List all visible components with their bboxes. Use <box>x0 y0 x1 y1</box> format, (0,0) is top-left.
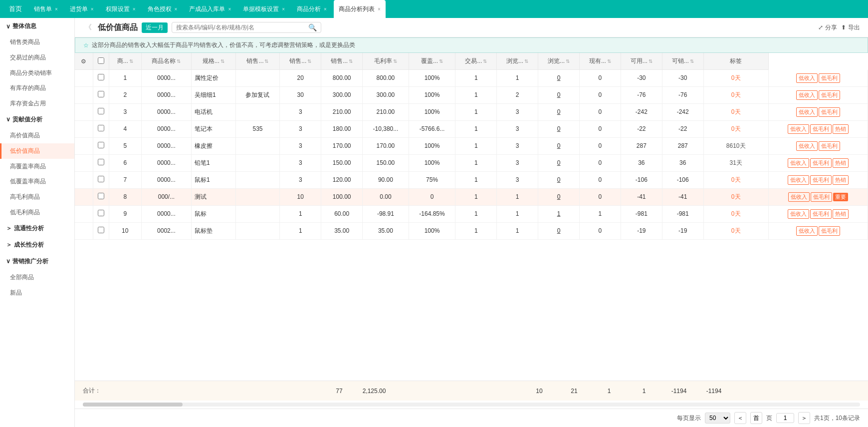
sidebar-item-low-coverage[interactable]: 低覆盖率商品 <box>0 174 74 189</box>
browse-link[interactable]: 0 <box>557 176 561 183</box>
nav-home[interactable]: 首页 <box>4 0 27 18</box>
sidebar-item-stock-capital[interactable]: 库存资金占用 <box>0 96 74 111</box>
td-browse1[interactable]: 1 <box>538 205 580 222</box>
sidebar-item-high-margin[interactable]: 高毛利商品 <box>0 189 74 205</box>
td-checkbox[interactable] <box>93 188 109 205</box>
td-browse1[interactable]: 0 <box>538 154 580 171</box>
browse-link[interactable]: 0 <box>557 227 561 234</box>
scrollbar-thumb[interactable] <box>83 403 183 407</box>
th-checkbox[interactable] <box>93 53 109 70</box>
browse-link[interactable]: 0 <box>557 108 561 115</box>
close-sales[interactable]: × <box>55 6 58 12</box>
close-products[interactable]: × <box>228 6 231 12</box>
nav-roles[interactable]: 角色授权 × <box>143 0 183 18</box>
prev-page-btn[interactable]: ＜ <box>734 412 746 424</box>
td-stock: -19 <box>621 222 662 239</box>
nav-template[interactable]: 单据模板设置 × <box>238 0 290 18</box>
nav-sales[interactable]: 销售单 × <box>29 0 63 18</box>
sidebar-item-traded[interactable]: 交易过的商品 <box>0 50 74 65</box>
td-checkbox[interactable] <box>93 171 109 188</box>
browse-link[interactable]: 1 <box>557 210 561 217</box>
td-stock: -76 <box>621 86 662 103</box>
time-filter-button[interactable]: 近一月 <box>142 22 168 33</box>
td-browse1[interactable]: 0 <box>538 86 580 103</box>
sidebar-section-overall[interactable]: ∨ 整体信息 <box>0 18 74 34</box>
sidebar-section-contribution[interactable]: ∨ 贡献值分析 <box>0 111 74 128</box>
table-row: 7 0000... 鼠标1 3 120.00 90.00 75% 1 3 0 0… <box>75 171 868 188</box>
td-browse1[interactable]: 0 <box>538 103 580 120</box>
close-analysis[interactable]: × <box>324 6 327 12</box>
share-button[interactable]: ⤢ 分享 <box>818 23 837 32</box>
td-coverage: 1 <box>455 70 497 87</box>
sidebar-item-high-coverage[interactable]: 高覆盖率商品 <box>0 159 74 174</box>
row-checkbox[interactable] <box>98 108 104 114</box>
td-browse1[interactable]: 0 <box>538 70 580 87</box>
browse-link[interactable]: 0 <box>557 125 561 132</box>
td-checkbox[interactable] <box>93 154 109 171</box>
first-page-btn[interactable]: 首 <box>750 412 762 424</box>
td-checkbox[interactable] <box>93 120 109 137</box>
browse-link[interactable]: 0 <box>557 159 561 166</box>
td-settings <box>75 154 93 171</box>
td-trade: 3 <box>497 137 538 154</box>
next-page-btn[interactable]: ＞ <box>798 412 810 424</box>
row-checkbox[interactable] <box>98 91 104 97</box>
row-checkbox[interactable] <box>98 125 104 131</box>
row-checkbox[interactable] <box>98 74 104 80</box>
sidebar-item-low-margin[interactable]: 低毛利商品 <box>0 205 74 220</box>
td-checkbox[interactable] <box>93 205 109 222</box>
row-checkbox[interactable] <box>98 227 104 233</box>
td-checkbox[interactable] <box>93 137 109 154</box>
close-analysis-list[interactable]: × <box>378 6 381 12</box>
td-checkbox[interactable] <box>93 70 109 87</box>
nav-analysis-list[interactable]: 商品分析列表 × <box>334 0 386 18</box>
td-spec <box>235 154 280 171</box>
export-button[interactable]: ⬆ 导出 <box>841 23 860 32</box>
td-browse1[interactable]: 0 <box>538 222 580 239</box>
td-checkbox[interactable] <box>93 222 109 239</box>
sidebar: ∨ 整体信息 销售类商品 交易过的商品 商品分类动销率 有库存的商品 库存资金占… <box>0 18 75 427</box>
row-checkbox[interactable] <box>98 176 104 182</box>
td-browse1[interactable]: 0 <box>538 137 580 154</box>
td-avail: -41 <box>662 188 703 205</box>
sidebar-item-sales-products[interactable]: 销售类商品 <box>0 34 74 50</box>
sidebar-item-high-value[interactable]: 高价值商品 <box>0 128 74 143</box>
sidebar-section-marketing[interactable]: ∨ 营销推广分析 <box>0 253 74 270</box>
close-roles[interactable]: × <box>175 6 178 12</box>
sidebar-item-low-value[interactable]: 低价值商品 <box>0 143 74 159</box>
row-checkbox[interactable] <box>98 210 104 216</box>
browse-link[interactable]: 0 <box>557 74 561 81</box>
td-checkbox[interactable] <box>93 86 109 103</box>
sidebar-item-all-products[interactable]: 全部商品 <box>0 270 74 285</box>
td-browse1[interactable]: 0 <box>538 188 580 205</box>
row-checkbox[interactable] <box>98 193 104 199</box>
nav-analysis[interactable]: 商品分析 × <box>292 0 332 18</box>
browse-link[interactable]: 0 <box>557 193 561 200</box>
sidebar-item-new-products[interactable]: 新品 <box>0 285 74 301</box>
nav-purchase[interactable]: 进货单 × <box>65 0 99 18</box>
td-checkbox[interactable] <box>93 103 109 120</box>
sidebar-item-stock-products[interactable]: 有库存的商品 <box>0 80 74 96</box>
sidebar-section-liquidity[interactable]: ＞ 流通性分析 <box>0 220 74 237</box>
row-checkbox[interactable] <box>98 142 104 148</box>
close-purchase[interactable]: × <box>91 6 94 12</box>
row-checkbox[interactable] <box>98 159 104 165</box>
sidebar-section-growth[interactable]: ＞ 成长性分析 <box>0 237 74 253</box>
sidebar-collapse-btn[interactable]: 《 <box>83 23 94 32</box>
browse-link[interactable]: 0 <box>557 91 561 98</box>
sidebar-item-category-sales[interactable]: 商品分类动销率 <box>0 65 74 81</box>
select-all-checkbox[interactable] <box>98 57 104 64</box>
td-price: 150.00 <box>321 154 363 171</box>
td-browse1[interactable]: 0 <box>538 120 580 137</box>
page-size-select[interactable]: 50 100 <box>705 413 730 424</box>
page-number-input[interactable] <box>776 413 794 423</box>
browse-link[interactable]: 0 <box>557 142 561 149</box>
close-template[interactable]: × <box>282 6 285 12</box>
nav-permissions[interactable]: 权限设置 × <box>101 0 141 18</box>
th-settings[interactable]: ⚙ <box>75 53 93 70</box>
td-browse1[interactable]: 0 <box>538 171 580 188</box>
search-input[interactable] <box>176 24 306 31</box>
close-permissions[interactable]: × <box>133 6 136 12</box>
horizontal-scrollbar[interactable] <box>83 403 860 407</box>
nav-products[interactable]: 产成品入库单 × <box>184 0 236 18</box>
